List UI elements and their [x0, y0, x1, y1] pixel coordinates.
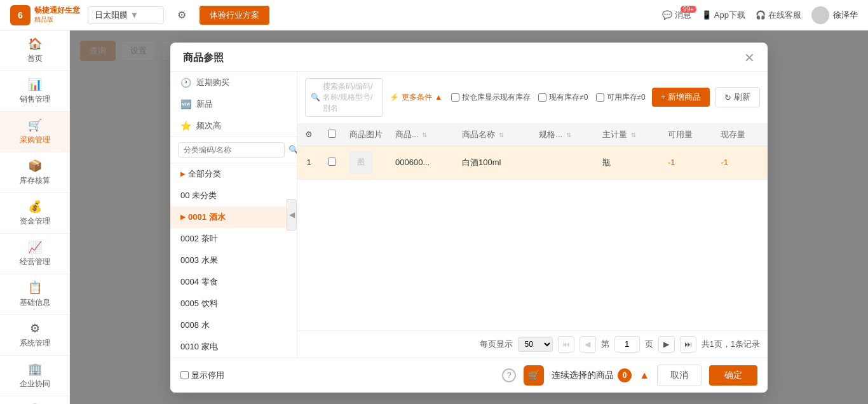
product-thumbnail: 图 [349, 151, 372, 174]
add-product-button[interactable]: + 新增商品 [652, 88, 710, 107]
tab-frequent-label: 频次高 [196, 120, 221, 131]
sidebar-item-system[interactable]: ⚙ 系统管理 [0, 315, 69, 356]
category-beverage[interactable]: 0005 饮料 [170, 293, 297, 314]
th-unit-label: 主计量 [602, 130, 627, 139]
modal-body: 🕐 近期购买 🆕 新品 ⭐ 频次高 [170, 72, 768, 358]
settings-icon-btn[interactable]: ⚙ [172, 5, 192, 25]
main-content: 查询 设置 刷新 商品参照 ✕ 🕐 [70, 30, 868, 404]
table-settings-icon[interactable]: ⚙ [305, 130, 313, 139]
category-alcohol-arrow: ▶ [180, 213, 186, 220]
trial-button[interactable]: 体验行业方案 [200, 6, 269, 25]
tab-new-label: 新品 [196, 98, 213, 110]
row-name: 白酒100ml [456, 145, 532, 179]
th-available: 可用量 [661, 124, 715, 146]
sidebar-item-home[interactable]: 🏠 首页 [0, 30, 69, 71]
row-spec [532, 145, 596, 179]
checkbox-warehouse-label: 按仓库显示现有库存 [462, 92, 531, 103]
th-unit[interactable]: 主计量 ⇅ [596, 124, 661, 146]
search-icon: 🔍 [311, 93, 320, 102]
tab-recent[interactable]: 🕐 近期购买 [170, 72, 297, 93]
sidebar-item-info[interactable]: 📋 基础信息 [0, 274, 69, 315]
sidebar-item-guide[interactable]: 🎯 新手引导 [0, 396, 69, 404]
footer-collapse-btn[interactable]: ▲ [639, 370, 649, 381]
cart-btn[interactable]: 🛒 [524, 365, 544, 386]
footer-left: 显示停用 [180, 370, 224, 381]
sidebar: 🏠 首页 📊 销售管理 🛒 采购管理 📦 库存核算 💰 资金管理 📈 经营管理 … [0, 30, 70, 404]
service-btn[interactable]: 🎧 在线客服 [756, 10, 801, 21]
category-fruit[interactable]: 0003 水果 [170, 250, 297, 271]
page-number-input[interactable] [614, 336, 640, 353]
sidebar-item-operations[interactable]: 📈 经营管理 [0, 234, 69, 274]
sidebar-item-sales[interactable]: 📊 销售管理 [0, 71, 69, 112]
category-all[interactable]: ▶ 全部分类 [170, 163, 297, 185]
filter-icon: ⚡ [390, 93, 399, 102]
category-tea-label: 0002 茶叶 [180, 233, 218, 245]
selected-label: 连续选择的商品 [552, 370, 614, 381]
left-panel-collapse-btn[interactable]: ◀ [287, 199, 297, 231]
count-badge: 0 [618, 368, 632, 382]
headset-icon: 🎧 [756, 10, 766, 20]
th-code[interactable]: 商品... ⇅ [389, 124, 456, 146]
confirm-button[interactable]: 确定 [709, 365, 757, 386]
sidebar-item-finance[interactable]: 💰 资金管理 [0, 193, 69, 234]
user-avatar-area[interactable]: 徐泽华 [811, 6, 858, 24]
sidebar-label-home: 首页 [27, 53, 43, 64]
sidebar-label-finance: 资金管理 [20, 216, 50, 227]
service-label: 在线客服 [768, 10, 801, 21]
category-snack[interactable]: 0004 零食 [170, 271, 297, 293]
category-water[interactable]: 0008 水 [170, 314, 297, 336]
th-name[interactable]: 商品名称 ⇅ [456, 124, 532, 146]
category-appliances[interactable]: 0010 家电 [170, 336, 297, 358]
cart-icon: 🛒 [527, 369, 540, 381]
next-page-btn[interactable]: ▶ [658, 336, 675, 353]
row-checkbox-cell [320, 145, 343, 179]
category-search-input[interactable] [178, 142, 285, 158]
info-icon: 📋 [28, 281, 42, 295]
per-page-select[interactable]: 50 10 20 100 [518, 337, 553, 352]
sidebar-item-purchase[interactable]: 🛒 采购管理 [0, 112, 69, 152]
operations-icon: 📈 [28, 240, 42, 254]
modal-close-button[interactable]: ✕ [744, 51, 755, 64]
checkbox-stock-nonzero[interactable]: 现有库存≠0 [538, 92, 588, 103]
prev-page-btn[interactable]: ◀ [580, 336, 596, 353]
nav-selector[interactable]: 日太阳膜 ▼ [88, 6, 164, 24]
footer-right: ? 🛒 连续选择的商品 0 ▲ 取消 确定 [502, 365, 757, 386]
row-checkbox[interactable] [328, 158, 336, 166]
category-search-icon[interactable]: 🔍 [288, 145, 297, 154]
th-spec[interactable]: 规格... ⇅ [532, 124, 596, 146]
product-search-bar[interactable]: 🔍 搜索条码/编码/名称/规格型号/别名 [305, 78, 383, 117]
category-alcohol-label: 0001 酒水 [188, 212, 226, 223]
nav-selector-arrow: ▼ [130, 10, 139, 20]
checkbox-available-input[interactable] [596, 93, 604, 102]
checkbox-stock-input[interactable] [538, 93, 546, 102]
messages-btn[interactable]: 💬 消息 99+ [662, 10, 691, 21]
checkbox-warehouse-input[interactable] [451, 93, 459, 102]
tab-frequent[interactable]: ⭐ 频次高 [170, 115, 297, 137]
sort-arrows-unit: ⇅ [631, 131, 636, 138]
filter-more-btn[interactable]: ⚡ 更多条件 ▲ [390, 92, 442, 103]
category-tea[interactable]: 0002 茶叶 [170, 228, 297, 250]
refresh-button[interactable]: ↻ 刷新 [715, 87, 760, 107]
left-panel: 🕐 近期购买 🆕 新品 ⭐ 频次高 [170, 72, 297, 358]
last-page-btn[interactable]: ⏭ [680, 336, 696, 353]
recent-icon: 🕐 [180, 77, 191, 88]
category-uncategorized[interactable]: 00 未分类 [170, 185, 297, 206]
show-disabled-input[interactable] [180, 371, 189, 379]
category-beverage-label: 0005 饮料 [180, 298, 218, 309]
cancel-button[interactable]: 取消 [657, 365, 702, 386]
show-disabled-checkbox[interactable]: 显示停用 [180, 370, 224, 381]
tab-new[interactable]: 🆕 新品 [170, 93, 297, 115]
table-row[interactable]: 1 图 [297, 145, 768, 179]
help-icon-btn[interactable]: ? [502, 368, 516, 382]
sidebar-item-enterprise[interactable]: 🏢 企业协同 [0, 356, 69, 396]
product-table: ⚙ 商品图片 商品... ⇅ [297, 124, 768, 180]
checkbox-warehouse-display[interactable]: 按仓库显示现有库存 [451, 92, 531, 103]
nav-selector-label: 日太阳膜 [95, 10, 128, 21]
select-all-checkbox[interactable] [328, 130, 336, 138]
checkbox-available-nonzero[interactable]: 可用库存≠0 [596, 92, 646, 103]
category-alcohol[interactable]: ▶ 0001 酒水 [170, 206, 297, 228]
sidebar-item-inventory[interactable]: 📦 库存核算 [0, 152, 69, 193]
table-header-row: ⚙ 商品图片 商品... ⇅ [297, 124, 768, 146]
app-download-btn[interactable]: 📱 App下载 [702, 10, 745, 21]
first-page-btn[interactable]: ⏮ [558, 336, 574, 353]
